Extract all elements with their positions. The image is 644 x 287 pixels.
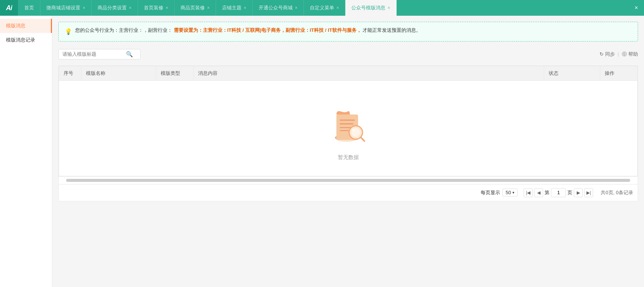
last-page-button[interactable]: ▶|	[584, 188, 593, 197]
toolbar: 🔍 ↻ 同步 | ⓪ 帮助	[58, 46, 638, 61]
tab-template-msg[interactable]: 公众号模版消息 ×	[345, 0, 397, 16]
tab-product-decor[interactable]: 商品页装修 ×	[175, 0, 216, 16]
tab-shop-setting[interactable]: 微商城店铺设置 ×	[40, 0, 92, 16]
tab-category-setting-label: 商品分类设置	[98, 4, 127, 11]
svg-line-8	[361, 137, 364, 141]
tab-template-msg-label: 公众号模版消息	[351, 4, 385, 11]
tab-shop-theme[interactable]: 店铺主题 ×	[216, 0, 253, 16]
prev-page-button[interactable]: ◀	[534, 188, 543, 197]
logo: Ai	[0, 0, 18, 16]
notice-icon: 💡	[65, 27, 72, 37]
tab-open-mall-close[interactable]: ×	[295, 5, 298, 10]
tab-category-close[interactable]: ×	[129, 5, 132, 10]
tab-shop-setting-close[interactable]: ×	[83, 5, 85, 10]
total-info: 共0页, 0条记录	[601, 189, 633, 196]
tab-shop-theme-label: 店铺主题	[222, 4, 241, 11]
page-label-prefix: 第	[545, 189, 549, 196]
search-box: 🔍	[58, 49, 141, 59]
table-empty-row: 暂无数据	[59, 80, 638, 176]
toolbar-right: ↻ 同步 | ⓪ 帮助	[600, 51, 638, 58]
tab-home-decor-label: 首页装修	[144, 4, 163, 11]
col-header-type: 模版类型	[156, 66, 194, 80]
tab-bar: Ai 首页 微商城店铺设置 × 商品分类设置 × 首页装修 × 商品页装修 × …	[0, 0, 644, 16]
tab-home-decor[interactable]: 首页装修 ×	[138, 0, 175, 16]
empty-text: 暂无数据	[338, 154, 359, 161]
page-input-group: 第 页	[545, 188, 572, 197]
search-input[interactable]	[62, 51, 126, 57]
col-header-name: 模版名称	[81, 66, 156, 80]
notice-text: 您的公众号行业为：主营行业：，副营行业： 需要设置为：主营行业：IT科技 / 互…	[75, 27, 421, 34]
sidebar: 模版消息 模版消息记录	[0, 16, 52, 287]
sidebar-item-template-msg[interactable]: 模版消息	[0, 19, 52, 33]
tab-open-mall[interactable]: 开通公众号商城 ×	[253, 0, 304, 16]
search-icon[interactable]: 🔍	[126, 51, 133, 58]
help-label: 帮助	[628, 51, 638, 58]
tab-template-msg-close[interactable]: ×	[388, 5, 390, 10]
tab-product-decor-label: 商品页装修	[181, 4, 205, 11]
empty-illustration	[326, 103, 371, 148]
pagination: 每页显示 50 ▾ |◀ ◀ 第 页 ▶ ▶|	[59, 184, 638, 201]
table-header-row: 序号 模版名称 模版类型 消息内容 状态	[59, 66, 638, 80]
tab-shop-theme-close[interactable]: ×	[244, 5, 246, 10]
tab-custom-menu[interactable]: 自定义菜单 ×	[304, 0, 345, 16]
help-icon: ⓪	[622, 51, 627, 58]
scrollbar-area	[59, 176, 638, 184]
page-label-suffix: 页	[567, 189, 572, 196]
notice-prefix: 您的公众号行业为：主营行业：，副营行业：	[75, 27, 172, 33]
page-size-dropdown[interactable]: 50 ▾	[502, 189, 518, 196]
chevron-down-icon: ▾	[512, 190, 514, 195]
page-size-select: 每页显示 50 ▾	[481, 189, 518, 196]
page-number-input[interactable]	[551, 188, 566, 197]
horizontal-scrollbar[interactable]	[66, 179, 630, 182]
tab-custom-menu-close[interactable]: ×	[336, 5, 339, 10]
page-size-label: 每页显示	[481, 189, 500, 196]
next-page-button[interactable]: ▶	[574, 188, 583, 197]
toolbar-divider: |	[618, 51, 619, 57]
main-layout: 模版消息 模版消息记录 💡 您的公众号行业为：主营行业：，副营行业： 需要设置为…	[0, 16, 644, 287]
content-area: 💡 您的公众号行业为：主营行业：，副营行业： 需要设置为：主营行业：IT科技 /…	[52, 16, 644, 287]
page-nav: |◀ ◀ 第 页 ▶ ▶|	[524, 188, 593, 197]
col-header-action: 操作	[600, 66, 638, 80]
page-size-value: 50	[506, 190, 511, 195]
empty-state: 暂无数据	[59, 81, 637, 176]
tab-open-mall-label: 开通公众号商城	[259, 4, 293, 11]
help-button[interactable]: ⓪ 帮助	[622, 51, 638, 58]
tab-product-decor-close[interactable]: ×	[207, 5, 210, 10]
tab-home-decor-close[interactable]: ×	[166, 5, 168, 10]
tab-home-label: 首页	[24, 4, 34, 11]
tab-custom-menu-label: 自定义菜单	[310, 4, 334, 11]
sync-icon: ↻	[600, 51, 604, 57]
tab-bar-close-all[interactable]: ×	[629, 0, 644, 16]
table-container: 序号 模版名称 模版类型 消息内容 状态	[58, 65, 638, 201]
notice-box: 💡 您的公众号行业为：主营行业：，副营行业： 需要设置为：主营行业：IT科技 /…	[58, 22, 638, 42]
sidebar-item-template-msg-log[interactable]: 模版消息记录	[0, 33, 52, 47]
col-header-seq: 序号	[59, 66, 81, 80]
tab-home[interactable]: 首页	[18, 0, 40, 16]
first-page-button[interactable]: |◀	[524, 188, 533, 197]
data-table: 序号 模版名称 模版类型 消息内容 状态	[59, 66, 638, 176]
col-header-content: 消息内容	[194, 66, 544, 80]
notice-highlight: 需要设置为：主营行业：IT科技 / 互联网|电子商务，副营行业：IT科技 / I…	[174, 27, 361, 33]
tab-category-setting[interactable]: 商品分类设置 ×	[92, 0, 138, 16]
sidebar-item-template-msg-label: 模版消息	[6, 23, 25, 28]
sync-label: 同步	[605, 51, 615, 58]
notice-suffix: 才能正常发送预置的消息。	[363, 27, 421, 33]
col-header-status: 状态	[544, 66, 600, 80]
svg-point-9	[352, 129, 355, 132]
tab-shop-setting-label: 微商城店铺设置	[46, 4, 80, 11]
sidebar-item-template-msg-log-label: 模版消息记录	[6, 37, 35, 43]
sync-button[interactable]: ↻ 同步	[600, 51, 615, 58]
